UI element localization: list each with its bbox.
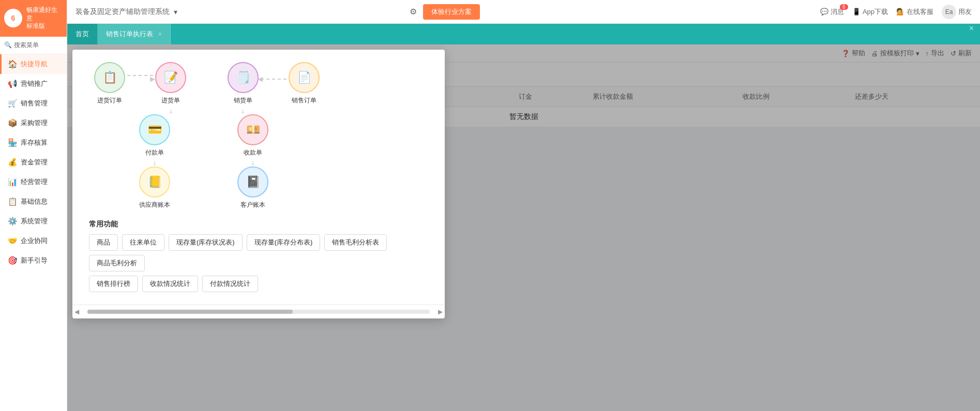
scroll-left-arrow[interactable]: ◀ — [72, 308, 81, 315]
message-icon: 💬 — [820, 8, 828, 16]
sale-bill-circle: 🗒️ — [228, 62, 259, 93]
receipt-bill-label: 收款单 — [244, 148, 262, 157]
func-btn-partners[interactable]: 往来单位 — [122, 234, 164, 251]
sidebar-item-sales[interactable]: 🛒 销售管理 — [0, 94, 67, 113]
experience-btn[interactable]: 体验行业方案 — [423, 4, 480, 20]
common-functions-section: 常用功能 商品 往来单位 现存量(库存状况表) 现存量(库存分布表) 销售毛利分… — [89, 220, 428, 292]
app-download-label: App下载 — [863, 7, 888, 17]
user-menu[interactable]: Ea 用友 — [942, 5, 972, 19]
flow-node-purchase-order[interactable]: 📋 进货订单 — [94, 62, 125, 105]
tabbar: 首页 销售订单执行表 × × — [67, 24, 980, 44]
sidebar-item-label: 经营管理 — [21, 177, 48, 187]
enterprise-icon: 🤝 — [8, 236, 18, 246]
func-buttons-row1: 商品 往来单位 现存量(库存状况表) 现存量(库存分布表) 销售毛利分析表 商品… — [89, 234, 428, 271]
flow-node-payment-bill[interactable]: 💳 付款单 — [139, 114, 170, 157]
sidebar: 6 畅康通好生意 标准版 🔍 搜索菜单 🏠 快捷导航 📢 营销推广 🛒 销售管理 — [0, 0, 67, 411]
scroll-right-arrow[interactable]: ▶ — [436, 308, 445, 315]
flow-diagram-section: 📋 进货订单 ▶ — [89, 62, 428, 209]
chevron-down-icon: ▾ — [174, 8, 177, 16]
sidebar-item-quick-nav[interactable]: 🏠 快捷导航 — [0, 54, 67, 74]
tab-sales-order-exec[interactable]: 销售订单执行表 × — [98, 24, 171, 44]
sales-order-exec-tab-label: 销售订单执行表 — [106, 29, 153, 39]
func-btn-goods-profit[interactable]: 商品毛利分析 — [89, 255, 145, 271]
sidebar-item-label: 资金管理 — [21, 158, 48, 167]
customer-account-circle: 📓 — [237, 166, 268, 197]
avatar: Ea — [942, 5, 956, 19]
scroll-track[interactable] — [87, 310, 430, 314]
sidebar-item-guide[interactable]: 🎯 新手引导 — [0, 251, 67, 270]
home-tab-label: 首页 — [76, 29, 89, 39]
sidebar-item-label: 销售管理 — [21, 99, 48, 108]
search-icon: 🔍 — [4, 41, 12, 49]
common-functions-title: 常用功能 — [89, 220, 428, 229]
func-btn-stock-status[interactable]: 现存量(库存状况表) — [169, 234, 243, 251]
purchase-order-circle: 📋 — [94, 62, 125, 93]
func-btn-profit-analysis[interactable]: 销售毛利分析表 — [324, 234, 387, 251]
online-service-label: 在线客服 — [907, 7, 933, 17]
settings-icon[interactable]: ⚙ — [410, 7, 417, 17]
purchase-bill-circle: 📝 — [155, 62, 186, 93]
tab-close-icon[interactable]: × — [158, 31, 162, 38]
purchase-order-label: 进货订单 — [97, 96, 122, 105]
flow-modal-overlay: 📋 进货订单 ▶ — [67, 44, 980, 411]
flow-node-receipt-bill[interactable]: 💴 收款单 — [237, 114, 268, 157]
app-download-btn[interactable]: 📱 App下载 — [852, 7, 888, 17]
sidebar-item-label: 新手引导 — [21, 256, 48, 265]
flow-node-purchase-bill[interactable]: 📝 进货单 — [155, 62, 186, 105]
topbar-dropdown[interactable]: ▾ — [174, 8, 177, 16]
home-icon: 🏠 — [8, 59, 18, 69]
func-btn-payment-stats[interactable]: 付款情况统计 — [202, 276, 258, 292]
customer-account-label: 客户账本 — [240, 201, 265, 209]
supplier-account-label: 供应商账本 — [139, 201, 170, 209]
sidebar-item-operation[interactable]: 📊 经营管理 — [0, 172, 67, 192]
scroll-thumb — [87, 310, 293, 314]
payment-bill-circle: 💳 — [139, 114, 170, 145]
sales-icon: 🛒 — [8, 99, 18, 108]
inventory-icon: 🏪 — [8, 138, 18, 147]
func-btn-receipt-stats[interactable]: 收款情况统计 — [142, 276, 198, 292]
sidebar-item-enterprise[interactable]: 🤝 企业协同 — [0, 231, 67, 251]
flow-node-sale-order[interactable]: 📄 销售订单 — [289, 62, 320, 105]
purchase-icon: 📦 — [8, 118, 18, 128]
online-service-btn[interactable]: 💁 在线客服 — [896, 7, 933, 17]
sidebar-item-finance[interactable]: 💰 资金管理 — [0, 153, 67, 172]
logo-icon: 6 — [4, 9, 22, 27]
sidebar-item-label: 快捷导航 — [21, 59, 48, 69]
search-menu[interactable]: 🔍 搜索菜单 — [0, 37, 67, 54]
content-area: ❓ 帮助 🖨 按模板打印 ▾ ↑ 导出 ↺ 刷新 — [67, 44, 980, 411]
flow-node-supplier-account[interactable]: 📒 供应商账本 — [139, 166, 170, 209]
sidebar-item-label: 库存核算 — [21, 138, 48, 147]
sale-bill-label: 销货单 — [234, 96, 252, 105]
sidebar-item-system[interactable]: ⚙️ 系统管理 — [0, 211, 67, 231]
message-btn[interactable]: 💬 6 消息 — [820, 7, 844, 17]
app-download-icon: 📱 — [852, 8, 861, 16]
receipt-bill-circle: 💴 — [237, 114, 268, 145]
sidebar-item-inventory[interactable]: 🏪 库存核算 — [0, 133, 67, 153]
user-name: 用友 — [958, 7, 972, 17]
sidebar-item-purchase[interactable]: 📦 采购管理 — [0, 113, 67, 133]
close-all-tabs-btn[interactable]: × — [963, 24, 980, 44]
main-area: 装备及固定资产辅助管理系统 ▾ ⚙ 体验行业方案 💬 6 消息 📱 App下载 — [67, 0, 980, 411]
sidebar-item-basic[interactable]: 📋 基础信息 — [0, 192, 67, 211]
func-btn-sales-ranking[interactable]: 销售排行榜 — [89, 276, 138, 292]
sidebar-item-label: 基础信息 — [21, 197, 48, 206]
logo-text: 畅康通好生意 标准版 — [26, 6, 63, 31]
operation-icon: 📊 — [8, 177, 18, 187]
sidebar-item-label: 企业协同 — [21, 236, 48, 246]
func-btn-stock-dist[interactable]: 现存量(库存分布表) — [247, 234, 321, 251]
finance-icon: 💰 — [8, 158, 18, 167]
func-buttons-row2: 销售排行榜 收款情况统计 付款情况统计 — [89, 276, 428, 292]
sale-order-circle: 📄 — [289, 62, 320, 93]
topbar-right: 💬 6 消息 📱 App下载 💁 在线客服 Ea 用友 — [820, 5, 972, 19]
sidebar-item-marketing[interactable]: 📢 营销推广 — [0, 74, 67, 94]
func-btn-goods[interactable]: 商品 — [89, 234, 118, 251]
topbar: 装备及固定资产辅助管理系统 ▾ ⚙ 体验行业方案 💬 6 消息 📱 App下载 — [67, 0, 980, 24]
flow-node-customer-account[interactable]: 📓 客户账本 — [237, 166, 268, 209]
sidebar-item-label: 采购管理 — [21, 118, 48, 128]
sidebar-nav: 🏠 快捷导航 📢 营销推广 🛒 销售管理 📦 采购管理 🏪 库存核算 💰 — [0, 54, 67, 411]
basic-icon: 📋 — [8, 197, 18, 206]
flow-node-sale-bill[interactable]: 🗒️ 销货单 — [228, 62, 259, 105]
tab-home[interactable]: 首页 — [67, 24, 98, 44]
sale-order-label: 销售订单 — [292, 96, 316, 105]
purchase-bill-label: 进货单 — [161, 96, 180, 105]
